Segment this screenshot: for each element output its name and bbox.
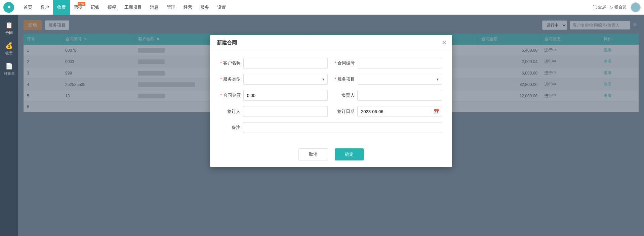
logo-icon[interactable]: ✦ bbox=[3, 2, 14, 13]
nav-item-baoshui[interactable]: 报税 bbox=[104, 0, 120, 15]
form-row-1: 客户名称 合同编号 bbox=[220, 58, 442, 68]
nav-item-fuwu[interactable]: 服务 bbox=[196, 0, 213, 15]
sidebar-item-shoufei[interactable]: 💰 收费 bbox=[0, 39, 18, 59]
customer-name-input[interactable] bbox=[243, 58, 328, 68]
vip-icon: ▷ bbox=[610, 5, 613, 10]
label-code: 合同编号 bbox=[334, 60, 355, 66]
form-group-responsible: 负责人 bbox=[334, 90, 442, 101]
nav-item-shoufei[interactable]: 收费 bbox=[53, 0, 70, 15]
label-amount: 合同金额 bbox=[220, 92, 241, 98]
confirm-button[interactable]: 确定 bbox=[335, 148, 364, 160]
form-row-3: 合同金额 负责人 bbox=[220, 90, 442, 101]
label-service-type: 服务类型 bbox=[220, 76, 241, 82]
form-group-service-type: 服务类型 bbox=[220, 74, 328, 85]
label-remark: 备注 bbox=[220, 125, 240, 131]
nav-item-shezhi[interactable]: 设置 bbox=[213, 0, 230, 15]
service-item-select[interactable] bbox=[358, 74, 442, 85]
modal-footer: 取消 确定 bbox=[210, 145, 452, 160]
service-type-wrapper bbox=[243, 74, 328, 85]
form-group-amount: 合同金额 bbox=[220, 90, 328, 101]
fullscreen-button[interactable]: ⛶ 全屏 bbox=[593, 4, 606, 10]
top-nav-right: ⛶ 全屏 ▷ 畅会员 bbox=[593, 2, 641, 12]
form-group-sign-date: 签订日期 📅 bbox=[334, 106, 442, 117]
fullscreen-icon: ⛶ bbox=[593, 5, 597, 10]
cancel-button[interactable]: 取消 bbox=[298, 148, 328, 160]
nav-item-guanli[interactable]: 管理 bbox=[163, 0, 179, 15]
remark-input[interactable] bbox=[243, 122, 442, 133]
nav-item-home[interactable]: 首页 bbox=[19, 0, 36, 15]
label-service-item: 服务项目 bbox=[334, 76, 355, 82]
label-customer: 客户名称 bbox=[220, 60, 241, 66]
service-item-wrapper bbox=[358, 74, 442, 85]
sidebar: 📋 合同 💰 收费 📄 对账单 bbox=[0, 15, 18, 236]
top-nav: ✦ 首页 客户 收费 票据 new 记账 报税 工商项目 消息 管理 经营 服务… bbox=[0, 0, 644, 15]
label-responsible: 负责人 bbox=[334, 92, 355, 98]
modal-close-button[interactable]: ✕ bbox=[442, 39, 447, 46]
sign-date-wrapper: 📅 bbox=[357, 106, 442, 117]
sidebar-item-duizhangdan[interactable]: 📄 对账单 bbox=[0, 59, 18, 80]
form-group-code: 合同编号 bbox=[334, 58, 442, 68]
form-row-2: 服务类型 服务项目 bbox=[220, 74, 442, 85]
main-layout: 📋 合同 💰 收费 📄 对账单 新增 服务项目 进行中 🔍 bbox=[0, 15, 644, 236]
sign-date-input[interactable] bbox=[357, 106, 442, 117]
form-group-remark: 备注 bbox=[220, 122, 442, 133]
modal-title: 新建合同 bbox=[210, 35, 452, 51]
label-sign-date: 签订日期 bbox=[334, 108, 355, 114]
form-group-service-item: 服务项目 bbox=[334, 74, 442, 85]
nav-item-jingying[interactable]: 经营 bbox=[179, 0, 196, 15]
nav-item-customer[interactable]: 客户 bbox=[36, 0, 53, 15]
form-row-5: 备注 bbox=[220, 122, 442, 133]
nav-item-gongshang[interactable]: 工商项目 bbox=[120, 0, 146, 15]
modal-overlay: 新建合同 ✕ 客户名称 合同编号 bbox=[18, 15, 644, 236]
sidebar-item-hetong[interactable]: 📋 合同 bbox=[0, 18, 18, 39]
content-area: 新增 服务项目 进行中 🔍 序号 合同编号 ⇅ 客户名称 ⇅ bbox=[18, 15, 644, 236]
nav-item-jiz[interactable]: 记账 bbox=[87, 0, 104, 15]
service-type-select[interactable] bbox=[243, 74, 328, 85]
fee-icon: 💰 bbox=[5, 42, 13, 49]
responsible-input[interactable] bbox=[357, 90, 442, 101]
sign-person-input[interactable] bbox=[243, 106, 328, 117]
contract-code-input[interactable] bbox=[358, 58, 442, 68]
form-row-4: 签订人 签订日期 📅 bbox=[220, 106, 442, 117]
new-badge: new bbox=[78, 2, 85, 6]
modal-new-contract: 新建合同 ✕ 客户名称 合同编号 bbox=[210, 35, 452, 167]
contract-amount-input[interactable] bbox=[243, 90, 328, 101]
label-sign-person: 签订人 bbox=[220, 108, 240, 114]
nav-item-piaoju[interactable]: 票据 new bbox=[70, 0, 87, 15]
calendar-icon: 📅 bbox=[434, 109, 439, 114]
statement-icon: 📄 bbox=[5, 62, 13, 70]
form-group-customer: 客户名称 bbox=[220, 58, 328, 68]
form-group-sign-person: 签订人 bbox=[220, 106, 328, 117]
modal-body: 客户名称 合同编号 服务类型 bbox=[210, 51, 452, 145]
nav-item-xiaoxi[interactable]: 消息 bbox=[146, 0, 163, 15]
vip-button[interactable]: ▷ 畅会员 bbox=[610, 4, 627, 10]
avatar[interactable] bbox=[631, 2, 641, 12]
contract-icon: 📋 bbox=[5, 21, 13, 29]
